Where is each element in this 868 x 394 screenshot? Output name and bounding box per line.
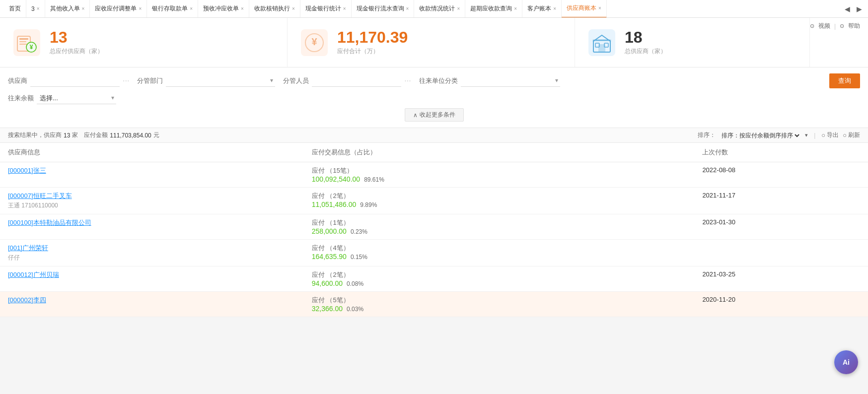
nav-tab-cash-bank-stat[interactable]: 现金银行统计 × bbox=[300, 0, 352, 18]
export-button[interactable]: ○ 导出 bbox=[821, 131, 839, 139]
tx-label-line: 应付 （15笔） bbox=[312, 166, 687, 175]
tx-pct: 89.61% bbox=[364, 176, 384, 183]
tx-amount[interactable]: 100,092,540.00 bbox=[312, 175, 360, 183]
nav-tab-collection-stat[interactable]: 收款情况统计 × bbox=[414, 0, 465, 18]
svg-text:¥: ¥ bbox=[311, 36, 317, 47]
close-icon[interactable]: × bbox=[241, 6, 244, 11]
person-input[interactable] bbox=[312, 75, 401, 87]
result-amount-prefix: 应付金额 bbox=[84, 131, 108, 139]
supplier-input[interactable] bbox=[30, 75, 120, 87]
nav-tab-label: 首页 bbox=[9, 4, 21, 13]
stat-number-total-suppliers: 18 bbox=[625, 29, 666, 45]
balance-select[interactable]: 选择... bbox=[37, 92, 116, 104]
svg-rect-2 bbox=[19, 38, 28, 40]
stat-content-payable-suppliers: 13 总应付供应商（家） bbox=[50, 29, 103, 56]
balance-label: 往来余额 bbox=[8, 94, 34, 103]
supplier-contact: 仔仔 bbox=[8, 254, 296, 262]
nav-tab-label: 收款情况统计 bbox=[419, 4, 455, 13]
close-icon[interactable]: × bbox=[598, 5, 601, 11]
filter-area: 供应商 ··· 分管部门 分管人员 ··· 往来单位分类 查询 bbox=[0, 67, 868, 128]
close-icon[interactable]: × bbox=[82, 6, 85, 11]
close-icon[interactable]: × bbox=[190, 6, 193, 11]
nav-tab-bank-deposit[interactable]: 银行存取款单 × bbox=[147, 0, 198, 18]
nav-tab-customer-ledger[interactable]: 客户账本 × bbox=[522, 0, 562, 18]
tx-label-line: 应付 （4笔） bbox=[312, 244, 687, 253]
tx-pct: 0.15% bbox=[351, 254, 367, 261]
right-actions: 排序： 排序：按应付余额倒序排序 ▾ | ○ 导出 ○ 刷新 bbox=[698, 131, 860, 139]
close-icon[interactable]: × bbox=[343, 6, 346, 11]
table-container: 供应商信息 应付交易信息（占比） 上次付数 [000001]张三应付 （15笔）… bbox=[0, 143, 868, 317]
close-icon[interactable]: × bbox=[139, 6, 142, 11]
result-count: 13 bbox=[64, 132, 70, 139]
tx-amount[interactable]: 32,366.00 bbox=[312, 305, 343, 313]
close-icon[interactable]: × bbox=[37, 6, 40, 11]
nav-tab-label: 应收应付调整单 bbox=[95, 4, 137, 13]
nav-right-arrow[interactable]: ▶ bbox=[854, 4, 864, 14]
stat-block-total-suppliers: 18 总供应商（家） bbox=[575, 18, 810, 67]
tx-amount-line: 94,600.000.08% bbox=[312, 279, 687, 287]
supplier-link[interactable]: [000007]恒旺二手叉车 bbox=[8, 192, 72, 199]
last-payment-cell: 2023-01-30 bbox=[694, 214, 868, 240]
result-count-unit: 家 bbox=[72, 131, 78, 139]
tx-amount-line: 100,092,540.0089.61% bbox=[312, 175, 687, 183]
nav-tab-3[interactable]: 3 × bbox=[26, 0, 45, 18]
close-icon[interactable]: × bbox=[514, 6, 517, 11]
supplier-link[interactable]: [000001]张三 bbox=[8, 167, 46, 174]
supplier-link[interactable]: [001]广州荣轩 bbox=[8, 244, 48, 252]
sort-chevron-icon: ▾ bbox=[805, 132, 808, 138]
tx-amount[interactable]: 94,600.00 bbox=[312, 279, 343, 287]
export-icon: ○ bbox=[821, 131, 825, 139]
nav-tab-collection-verify[interactable]: 收款核销执行 × bbox=[249, 0, 300, 18]
collapse-label: 收起更多条件 bbox=[420, 111, 455, 119]
svg-rect-15 bbox=[592, 39, 611, 42]
tx-amount[interactable]: 164,635.90 bbox=[312, 253, 347, 261]
nav-tab-cash-bank-flow[interactable]: 现金银行流水查询 × bbox=[352, 0, 415, 18]
nav-tab-home[interactable]: 首页 bbox=[4, 0, 26, 18]
th-last-payment: 上次付数 bbox=[694, 143, 868, 162]
nav-tab-label: 供应商账本 bbox=[567, 4, 596, 12]
supplier-link[interactable]: [000100]本特勒油品有限公司 bbox=[8, 219, 91, 226]
tx-amount[interactable]: 11,051,486.00 bbox=[312, 200, 357, 208]
person-label: 分管人员 bbox=[283, 76, 309, 85]
filter-row-1: 供应商 ··· 分管部门 分管人员 ··· 往来单位分类 查询 bbox=[8, 73, 860, 88]
close-icon[interactable]: × bbox=[292, 6, 295, 11]
tx-amount[interactable]: 258,000.00 bbox=[312, 227, 347, 235]
close-icon[interactable]: × bbox=[553, 6, 556, 11]
supplier-link[interactable]: [000012]广州贝瑞 bbox=[8, 271, 59, 278]
supplier-dots-icon[interactable]: ··· bbox=[123, 76, 129, 85]
supplier-info-cell: [000007]恒旺二手叉车王通 17106110000 bbox=[0, 188, 304, 214]
close-icon[interactable]: × bbox=[406, 6, 409, 11]
sort-select[interactable]: 排序：按应付余额倒序排序 bbox=[720, 131, 801, 139]
amount-icon: ¥ bbox=[299, 28, 329, 58]
tx-amount-line: 258,000.000.23% bbox=[312, 227, 687, 235]
nav-tab-label: 银行存取款单 bbox=[152, 4, 188, 13]
balance-select-wrapper: 选择... bbox=[37, 92, 116, 104]
person-dots-icon[interactable]: ··· bbox=[404, 76, 411, 85]
nav-tab-supplier-ledger[interactable]: 供应商账本 × bbox=[562, 0, 607, 18]
nav-tab-other-income[interactable]: 其他收入单 × bbox=[45, 0, 90, 18]
collapse-button[interactable]: ∧ 收起更多条件 bbox=[405, 108, 464, 122]
supplier-info-cell: [000002]李四 bbox=[0, 292, 304, 317]
nav-left-arrow[interactable]: ◀ bbox=[842, 4, 852, 14]
nav-tab-advance-offset[interactable]: 预收冲应收单 × bbox=[198, 0, 249, 18]
close-icon[interactable]: × bbox=[457, 6, 460, 11]
stat-number-payable-suppliers: 13 bbox=[50, 29, 103, 45]
tx-info-cell: 应付 （15笔）100,092,540.0089.61% bbox=[304, 162, 695, 188]
export-label: 导出 bbox=[827, 131, 839, 139]
category-select[interactable] bbox=[461, 75, 560, 87]
query-button[interactable]: 查询 bbox=[829, 73, 860, 88]
supplier-table: 供应商信息 应付交易信息（占比） 上次付数 [000001]张三应付 （15笔）… bbox=[0, 143, 868, 317]
tx-info-cell: 应付 （2笔）94,600.000.08% bbox=[304, 266, 695, 292]
circle-icon: ⊙ bbox=[810, 23, 814, 29]
supplier-link[interactable]: [000002]李四 bbox=[8, 296, 46, 304]
nav-tab-overdue-ar[interactable]: 超期应收款查询 × bbox=[465, 0, 522, 18]
refresh-button[interactable]: ○ 刷新 bbox=[843, 131, 860, 139]
dept-select[interactable] bbox=[166, 75, 275, 87]
video-link[interactable]: 视频 bbox=[818, 22, 830, 30]
stat-content-payable-total: 11,170.39 应付合计（万） bbox=[337, 29, 408, 56]
nav-arrows: ◀ ▶ bbox=[842, 4, 864, 14]
help-link[interactable]: 帮助 bbox=[848, 22, 860, 30]
nav-tab-ar-ap-adjust[interactable]: 应收应付调整单 × bbox=[90, 0, 147, 18]
svg-rect-4 bbox=[19, 44, 27, 45]
table-header: 供应商信息 应付交易信息（占比） 上次付数 bbox=[0, 143, 868, 162]
